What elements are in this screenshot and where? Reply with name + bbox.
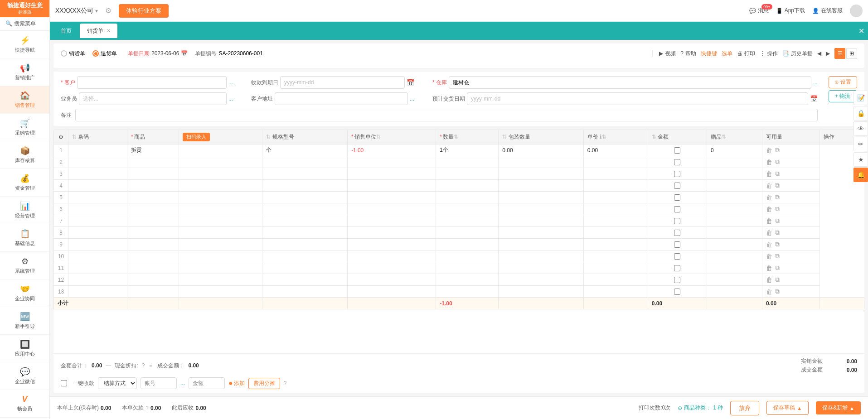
view-list-btn[interactable]: ☰: [834, 48, 845, 59]
row-product[interactable]: [127, 250, 179, 262]
payment-due-calendar-icon[interactable]: 📅: [407, 79, 414, 86]
row-product[interactable]: [127, 262, 179, 274]
row-qty[interactable]: [347, 192, 436, 203]
row-amount[interactable]: [583, 192, 648, 203]
select-btn[interactable]: 选单: [722, 50, 732, 58]
row-delete-btn[interactable]: 🗑: [766, 206, 772, 213]
tab-home[interactable]: 首页: [53, 24, 79, 38]
sidebar-search[interactable]: 🔍 搜索菜单: [0, 17, 49, 31]
row-amount[interactable]: [583, 156, 648, 168]
radio-return-order[interactable]: 退货单: [92, 50, 117, 58]
row-unit-price[interactable]: [499, 156, 583, 168]
row-product[interactable]: [127, 215, 179, 227]
row-copy-btn[interactable]: ⧉: [775, 229, 780, 236]
app-download-button[interactable]: 📱 App下载: [776, 7, 805, 14]
radio-sales-order[interactable]: 销货单: [61, 50, 85, 58]
row-barcode[interactable]: [68, 180, 127, 192]
row-delete-btn[interactable]: 🗑: [766, 159, 772, 166]
row-product[interactable]: [127, 286, 179, 298]
sidebar-item-app-center[interactable]: 🔲 应用中心: [0, 335, 49, 362]
row-amount[interactable]: [583, 274, 648, 286]
sidebar-item-guide[interactable]: 🆕 新手引导: [0, 307, 49, 335]
row-qty[interactable]: [347, 286, 436, 298]
sort-icon[interactable]: ⇅: [454, 134, 458, 140]
row-barcode[interactable]: [68, 250, 127, 262]
logistics-button[interactable]: + 物流: [829, 90, 857, 102]
row-unit-price[interactable]: [499, 286, 583, 298]
sidebar-item-enterprise[interactable]: 🤝 企业协同: [0, 279, 49, 307]
date-calendar-icon[interactable]: 📅: [181, 50, 188, 57]
row-unit[interactable]: [262, 168, 347, 180]
row-barcode[interactable]: [68, 262, 127, 274]
row-gift[interactable]: [648, 262, 707, 274]
col-gear[interactable]: ⚙: [54, 130, 68, 144]
row-delete-btn[interactable]: 🗑: [766, 229, 772, 236]
gift-checkbox[interactable]: [674, 183, 680, 189]
add-payment-button[interactable]: ● 添加: [228, 379, 245, 387]
row-unit-price[interactable]: [499, 168, 583, 180]
row-copy-btn[interactable]: ⧉: [775, 288, 780, 295]
row-copy-btn[interactable]: ⧉: [775, 252, 780, 260]
payment-due-input[interactable]: yyyy-mm-dd: [280, 76, 405, 89]
video-btn[interactable]: ▶视频: [659, 50, 676, 58]
history-btn[interactable]: 📑历史单据: [782, 50, 813, 58]
row-copy-btn[interactable]: ⧉: [775, 182, 780, 189]
row-spec[interactable]: [179, 250, 262, 262]
row-pack-qty[interactable]: [436, 203, 499, 215]
warehouse-dots[interactable]: ...: [813, 79, 818, 86]
save-new-button[interactable]: 保存&新增 ▲: [816, 401, 861, 414]
payment-method-select[interactable]: 结算方式: [98, 377, 137, 389]
gift-checkbox[interactable]: [674, 194, 680, 201]
row-unit-price[interactable]: [499, 180, 583, 192]
sort-icon[interactable]: ⇅: [652, 134, 656, 140]
row-pack-qty[interactable]: [436, 180, 499, 192]
row-delete-btn[interactable]: 🗑: [766, 194, 772, 201]
tab-sales-order[interactable]: 销货单 ×: [80, 24, 117, 38]
help-btn[interactable]: ?帮助: [680, 50, 696, 58]
gift-checkbox[interactable]: [674, 289, 680, 295]
topbar-gear-icon[interactable]: ⚙: [105, 6, 112, 15]
row-gift[interactable]: [648, 144, 707, 156]
row-copy-btn[interactable]: ⧉: [775, 276, 780, 284]
sidebar-item-basic-info[interactable]: 📋 基础信息: [0, 224, 49, 252]
row-qty[interactable]: [347, 168, 436, 180]
row-barcode[interactable]: [68, 203, 127, 215]
row-unit[interactable]: [262, 262, 347, 274]
row-spec[interactable]: [179, 156, 262, 168]
row-amount[interactable]: [583, 227, 648, 239]
float-note-btn[interactable]: 📝: [853, 91, 868, 105]
sidebar-item-inventory[interactable]: 📦 库存核算: [0, 141, 49, 169]
row-spec[interactable]: [179, 286, 262, 298]
row-delete-btn[interactable]: 🗑: [766, 276, 772, 284]
row-pack-qty[interactable]: [436, 250, 499, 262]
row-qty[interactable]: [347, 215, 436, 227]
gift-checkbox[interactable]: [674, 253, 680, 260]
row-barcode[interactable]: [68, 168, 127, 180]
sort-icon[interactable]: ⇅: [502, 134, 507, 140]
row-pack-qty[interactable]: [436, 262, 499, 274]
payment-account-dots[interactable]: ...: [180, 380, 185, 386]
row-qty[interactable]: [347, 274, 436, 286]
row-gift[interactable]: [648, 274, 707, 286]
settings-button[interactable]: ⊙ 设置: [829, 76, 857, 88]
row-amount[interactable]: [583, 250, 648, 262]
row-qty[interactable]: -1.00: [347, 144, 436, 156]
row-copy-btn[interactable]: ⧉: [775, 158, 780, 166]
row-spec[interactable]: [179, 215, 262, 227]
row-gift[interactable]: [648, 156, 707, 168]
row-delete-btn[interactable]: 🗑: [766, 253, 772, 260]
gift-checkbox[interactable]: [674, 241, 680, 248]
row-spec[interactable]: [179, 144, 262, 156]
message-button[interactable]: 💬 消息 99+: [749, 7, 769, 14]
row-pack-qty[interactable]: [436, 227, 499, 239]
tabbar-close-all-icon[interactable]: ✕: [858, 27, 864, 35]
row-copy-btn[interactable]: ⧉: [775, 193, 780, 201]
row-qty[interactable]: [347, 250, 436, 262]
delivery-date-calendar-icon[interactable]: 📅: [810, 95, 818, 102]
row-product[interactable]: [127, 192, 179, 203]
single-owe-question[interactable]: ?: [145, 405, 149, 411]
row-spec[interactable]: [179, 262, 262, 274]
row-delete-btn[interactable]: 🗑: [766, 170, 772, 178]
sidebar-item-sales[interactable]: 🏠 销售管理: [0, 86, 49, 114]
gift-checkbox[interactable]: [674, 230, 680, 236]
